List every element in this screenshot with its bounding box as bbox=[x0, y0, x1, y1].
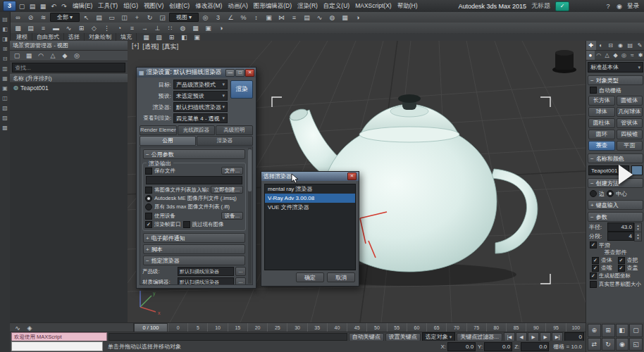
layout-preset-5-icon[interactable]: ▥ bbox=[1, 65, 9, 72]
reference-coordinate-dropdown[interactable]: 视图 ▾ bbox=[169, 13, 199, 22]
layout-preset-11-icon[interactable]: ▩ bbox=[1, 124, 9, 131]
render-setup-icon[interactable]: ▦ bbox=[339, 13, 351, 23]
menu-item[interactable]: 创建(C) bbox=[166, 1, 192, 11]
layout-preset-6-icon[interactable]: ▦ bbox=[1, 75, 9, 82]
menu-item[interactable]: MAXScript(X) bbox=[352, 1, 394, 11]
field-of-view-button[interactable]: ◉ bbox=[616, 338, 629, 351]
ribbon-tab[interactable]: 填充 bbox=[116, 33, 137, 41]
y-coordinate-field[interactable]: 0.0 bbox=[484, 342, 512, 351]
assign-renderer-rollout[interactable]: 指定渲染器 bbox=[143, 256, 245, 265]
select-and-move-icon[interactable]: + bbox=[131, 13, 143, 23]
z-coordinate-field[interactable]: 0.0 bbox=[521, 342, 549, 351]
ok-button[interactable]: 确定 bbox=[296, 272, 324, 282]
scene-explorer-title[interactable]: 场景资源管理器 - 视图 bbox=[10, 41, 128, 51]
unlink-selection-icon[interactable]: ⊘ bbox=[25, 13, 37, 23]
a360-badge-icon[interactable]: ✓ bbox=[555, 1, 569, 11]
orbit-button[interactable]: ↻ bbox=[602, 338, 615, 351]
viewport-layout-tab-icon[interactable]: ▤ bbox=[1, 15, 9, 23]
layout-preset-3-icon[interactable]: ⊞ bbox=[1, 45, 9, 52]
ribbon-tab[interactable]: 自由形式 bbox=[32, 33, 64, 41]
tab-hierarchy[interactable]: ⊟ bbox=[606, 41, 616, 50]
spacing-tool-icon[interactable]: ∷ bbox=[164, 23, 176, 33]
zoom-region-button[interactable]: ▢ bbox=[629, 324, 643, 337]
menu-item[interactable]: 组(G) bbox=[120, 1, 141, 11]
tab-modify[interactable]: ◐ bbox=[596, 41, 606, 50]
render-setup-titlebar[interactable]: ▦ 渲染设置: 默认扫描线渲染器 —□✕ bbox=[137, 68, 256, 77]
layout-preset-10-icon[interactable]: ▨ bbox=[1, 114, 9, 121]
pan-button[interactable]: ⇄ bbox=[588, 338, 601, 351]
selection-filter-dropdown[interactable]: 全部 ▾ bbox=[50, 13, 80, 22]
render-button[interactable]: 渲染 bbox=[230, 80, 253, 99]
select-object-icon[interactable]: ↖ bbox=[80, 13, 92, 23]
choose-production-renderer-button[interactable]: ... bbox=[235, 267, 246, 276]
layout-preset-2-icon[interactable]: ◨ bbox=[1, 35, 9, 42]
window-crossing-icon[interactable]: ◫ bbox=[118, 13, 130, 23]
material-editor-icon[interactable]: ◍ bbox=[177, 23, 189, 33]
device-button[interactable]: 设备... bbox=[221, 212, 243, 220]
object-type-button[interactable]: 圆柱体 bbox=[588, 118, 615, 128]
renderer-list-item[interactable]: V-Ray Adv 3.00.08 bbox=[265, 194, 355, 203]
ribbon-tab[interactable]: 选择 bbox=[64, 33, 85, 41]
cancel-button[interactable]: 取消 bbox=[327, 272, 355, 282]
renderer-dropdown[interactable]: 默认扫描线渲染器 bbox=[173, 102, 228, 112]
object-type-button[interactable]: 圆环 bbox=[588, 130, 615, 139]
generate-mapping-coords-checkbox[interactable] bbox=[590, 272, 597, 279]
render-setup-tab[interactable]: Render Elements bbox=[140, 125, 177, 135]
array-tool-icon[interactable]: ⋮ bbox=[101, 23, 113, 33]
menu-item[interactable]: 视图(V) bbox=[141, 1, 166, 11]
layout-preset-8-icon[interactable]: ◫ bbox=[1, 94, 9, 101]
tab-create[interactable]: ✚ bbox=[586, 41, 596, 50]
user-icon[interactable]: ◉ bbox=[614, 1, 624, 11]
tab-motion[interactable]: ◉ bbox=[615, 41, 625, 50]
layer-manager-icon[interactable]: ▤ bbox=[301, 13, 313, 23]
mirror-icon[interactable]: ⋈ bbox=[275, 13, 287, 23]
ifl-radio[interactable] bbox=[145, 203, 152, 210]
put-image-list-checkbox[interactable] bbox=[145, 187, 152, 194]
subtab-lights[interactable]: △ bbox=[603, 51, 612, 60]
quick-align-icon[interactable]: → bbox=[139, 23, 151, 33]
select-and-link-icon[interactable]: ∞ bbox=[12, 13, 24, 23]
email-notifications-rollout[interactable]: 电子邮件通知 bbox=[143, 233, 245, 243]
open-file-icon[interactable]: ▤ bbox=[27, 1, 37, 11]
dialog-scrollbar[interactable] bbox=[248, 148, 252, 284]
scene-explorer-item[interactable]: ◍ Teapot001 bbox=[10, 83, 128, 92]
angle-snap-icon[interactable]: ∠ bbox=[225, 13, 237, 23]
layout-preset-9-icon[interactable]: ▧ bbox=[1, 104, 9, 111]
select-and-rotate-icon[interactable]: ↻ bbox=[144, 13, 156, 23]
scene-explorer-column-header[interactable]: 名称 (升序排列) bbox=[10, 74, 128, 83]
render-setup-tab[interactable]: 公用 bbox=[140, 136, 196, 146]
menu-item[interactable]: 自定义(U) bbox=[321, 1, 352, 11]
render-production-icon[interactable]: ◑ bbox=[215, 23, 227, 33]
primitive-category-dropdown[interactable]: 标准基本体 bbox=[588, 62, 643, 73]
application-menu-button[interactable]: 3 bbox=[3, 1, 16, 11]
render-setup-icon[interactable]: ▦ bbox=[190, 23, 202, 33]
menu-item[interactable]: 修改器(M) bbox=[192, 1, 225, 11]
choose-renderer-titlebar[interactable]: 选择渲染器 ✕ bbox=[261, 172, 359, 181]
align-icon[interactable]: ≡ bbox=[288, 13, 300, 23]
menu-item[interactable]: 工具(T) bbox=[95, 1, 120, 11]
bind-to-space-warp-icon[interactable]: ≋ bbox=[37, 13, 49, 23]
rectangular-selection-icon[interactable]: ▭ bbox=[106, 13, 118, 23]
object-type-button[interactable]: 几何球体 bbox=[617, 107, 643, 117]
sign-in-button[interactable]: 登录 bbox=[625, 2, 641, 11]
lock-material-renderer-button[interactable]: ... bbox=[235, 277, 246, 285]
track-bar[interactable] bbox=[109, 333, 347, 341]
scene-explorer-search-input[interactable]: 查找... bbox=[12, 63, 125, 73]
radius-spinner[interactable] bbox=[634, 222, 642, 232]
subtab-systems[interactable]: ✱ bbox=[636, 51, 644, 60]
layout-preset-7-icon[interactable]: ▣ bbox=[1, 84, 9, 92]
renderer-list[interactable]: mental ray 渲染器V-Ray Adv 3.00.08VUE 文件渲染器 bbox=[264, 184, 356, 270]
viewcube[interactable] bbox=[552, 50, 576, 73]
object-type-rollout[interactable]: 对象类型 bbox=[588, 75, 643, 85]
layer-explorer-icon[interactable]: ≡ bbox=[37, 23, 49, 33]
render-setup-tab[interactable]: 光线跟踪器 bbox=[178, 125, 215, 135]
common-parameters-rollout[interactable]: 公用参数 bbox=[143, 149, 245, 159]
display-geometry-icon[interactable]: ▦ bbox=[24, 51, 34, 61]
use-device-checkbox[interactable] bbox=[145, 213, 152, 220]
curve-editor-icon[interactable]: ∿ bbox=[314, 13, 326, 23]
select-and-scale-icon[interactable]: ◲ bbox=[156, 13, 168, 23]
skip-existing-images-checkbox[interactable] bbox=[183, 221, 190, 228]
preset-dropdown[interactable]: 未选定预设 bbox=[173, 91, 228, 101]
creation-method-radio[interactable] bbox=[590, 190, 597, 197]
subtab-space-warps[interactable]: ≈ bbox=[628, 51, 636, 60]
